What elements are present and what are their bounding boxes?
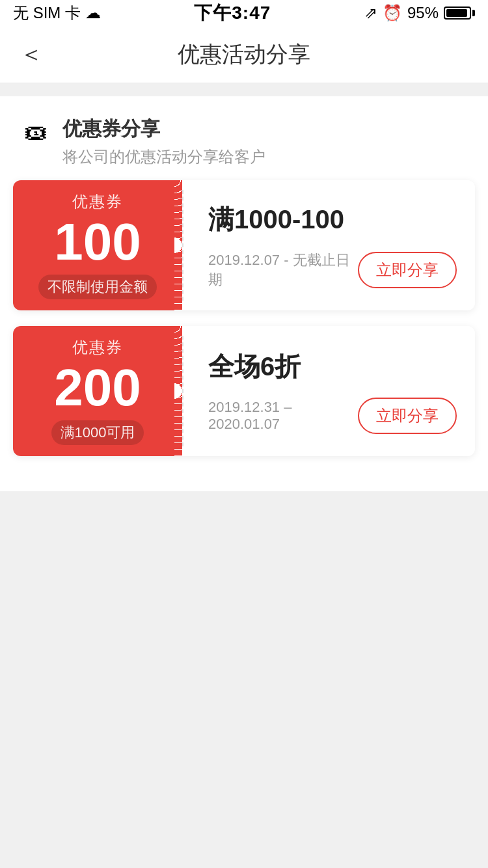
- section-subtitle: 将公司的优惠活动分享给客户: [62, 146, 265, 167]
- coupon-divider-0: [182, 190, 183, 301]
- coupon-list: 优惠券 100 不限制使用金额 满1000-100 2019.12.07 - 无…: [0, 180, 488, 491]
- coupon-date-0: 2019.12.07 - 无截止日期: [208, 251, 358, 290]
- coupon-icon: 🎟: [20, 116, 52, 148]
- status-bar: 无 SIM 卡 ☁ 下午3:47 ⇗ ⏰ 95%: [0, 0, 488, 26]
- coupon-label-1: 优惠券: [72, 337, 123, 358]
- status-left: 无 SIM 卡 ☁: [13, 3, 101, 23]
- coupon-condition-1: 满1000可用: [51, 420, 144, 445]
- bottom-space: [0, 491, 488, 868]
- share-button-0[interactable]: 立即分享: [358, 252, 457, 288]
- back-button[interactable]: ＜: [20, 38, 43, 70]
- section-header: 🎟 优惠券分享 将公司的优惠活动分享给客户: [0, 96, 488, 180]
- coupon-card: 优惠券 100 不限制使用金额 满1000-100 2019.12.07 - 无…: [13, 180, 475, 310]
- alarm-icon: ⏰: [383, 4, 402, 22]
- page-title: 优惠活动分享: [178, 40, 310, 70]
- section-text-group: 优惠券分享 将公司的优惠活动分享给客户: [62, 116, 265, 167]
- coupon-name-0: 满1000-100: [208, 202, 457, 237]
- share-button-1[interactable]: 立即分享: [358, 398, 457, 434]
- section-gap-top: [0, 83, 488, 96]
- coupon-label-0: 优惠券: [72, 191, 123, 212]
- coupon-date-1: 2019.12.31 – 2020.01.07: [208, 399, 358, 433]
- status-right: ⇗ ⏰ 95%: [364, 4, 475, 22]
- coupon-right-1: 全场6折 2019.12.31 – 2020.01.07 立即分享: [182, 326, 475, 456]
- location-icon: ⇗: [364, 4, 377, 22]
- battery-icon: [444, 7, 475, 20]
- coupon-divider-1: [182, 336, 183, 446]
- coupon-right-0: 满1000-100 2019.12.07 - 无截止日期 立即分享: [182, 180, 475, 310]
- coupon-left-0: 优惠券 100 不限制使用金额: [13, 180, 182, 310]
- coupon-bottom-row-1: 2019.12.31 – 2020.01.07 立即分享: [208, 398, 457, 434]
- coupon-bottom-row-0: 2019.12.07 - 无截止日期 立即分享: [208, 251, 457, 290]
- sim-label: 无 SIM 卡 ☁: [13, 3, 101, 23]
- coupon-amount-1: 200: [54, 362, 141, 414]
- coupon-name-1: 全场6折: [208, 349, 457, 385]
- battery-percent: 95%: [407, 4, 439, 22]
- coupon-left-1: 优惠券 200 满1000可用: [13, 326, 182, 456]
- coupon-card: 优惠券 200 满1000可用 全场6折 2019.12.31 – 2020.0…: [13, 326, 475, 456]
- coupon-amount-0: 100: [54, 216, 141, 268]
- nav-bar: ＜ 优惠活动分享: [0, 26, 488, 83]
- coupon-condition-0: 不限制使用金额: [38, 275, 157, 299]
- status-time: 下午3:47: [194, 1, 271, 25]
- section-title: 优惠券分享: [62, 116, 265, 142]
